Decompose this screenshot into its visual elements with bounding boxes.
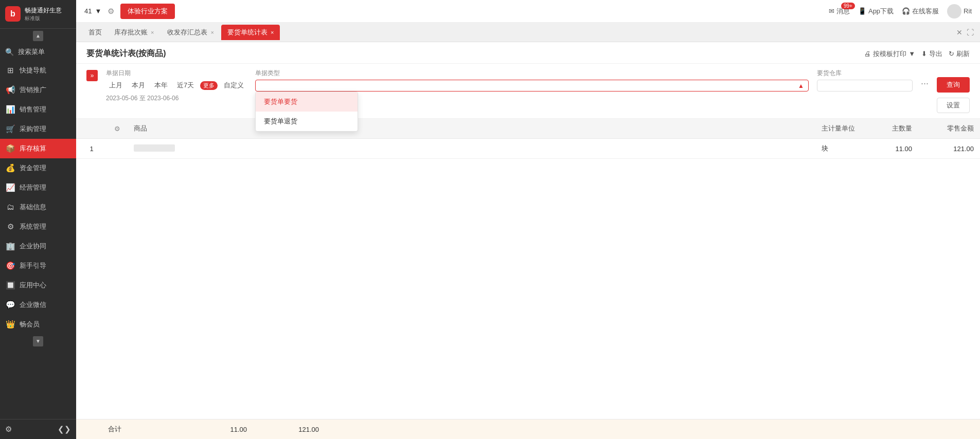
filter-this-month-btn[interactable]: 本月 — [129, 80, 148, 91]
online-support-label: 在线客服 — [912, 7, 939, 16]
expand-btn[interactable]: ⛶ — [967, 28, 974, 36]
operation-icon: 📈 — [5, 183, 15, 192]
enterprise-icon: 🏢 — [5, 242, 15, 251]
sidebar-scroll-up-btn[interactable]: ▲ — [33, 31, 43, 41]
tab-home-label: 首页 — [88, 28, 102, 36]
basic-icon: 🗂 — [5, 203, 15, 211]
system-icon: ⚙ — [5, 222, 15, 231]
filter-type-label: 单据类型 — [255, 69, 809, 78]
sidebar-search[interactable]: 🔍 搜索菜单 — [0, 43, 76, 61]
sidebar-item-marketing[interactable]: 📢 营销推广 — [0, 80, 76, 100]
page-actions: 🖨 按模板打印 ▼ ⬇ 导出 ↻ 刷新 — [864, 49, 970, 59]
sidebar-item-appstore[interactable]: 🔲 应用中心 — [0, 276, 76, 295]
tab-requisition-stats[interactable]: 要货单统计表 × — [221, 25, 280, 40]
collapse-sidebar-icon[interactable]: ❮❯ — [58, 425, 71, 434]
tab-close-icon[interactable]: × — [151, 29, 154, 35]
filter-type-input[interactable] — [260, 82, 798, 89]
store-selector[interactable]: 41 ▼ — [84, 7, 101, 15]
store-name: 41 — [84, 7, 92, 15]
sidebar-item-quick-nav[interactable]: ⊞ 快捷导航 — [0, 61, 76, 80]
messages-btn[interactable]: ✉ 消息 99+ — [829, 7, 850, 16]
refresh-label: 刷新 — [956, 49, 970, 59]
tab-close-icon[interactable]: × — [210, 29, 213, 35]
tab-close-active-icon[interactable]: × — [271, 29, 274, 35]
sidebar-item-member[interactable]: 👑 畅会员 — [0, 315, 76, 334]
footer-qty: 11.00 — [195, 426, 247, 433]
tab-inventory-batch[interactable]: 库存批次账 × — [108, 25, 160, 40]
refresh-btn[interactable]: ↻ 刷新 — [949, 49, 970, 59]
inventory-icon: 📦 — [5, 144, 15, 153]
filter-warehouse-input[interactable] — [822, 82, 908, 89]
purchase-icon: 🛒 — [5, 124, 15, 134]
print-chevron-icon: ▼ — [908, 50, 915, 58]
sidebar-item-inventory[interactable]: 📦 库存核算 — [0, 139, 76, 158]
tabs-bar: 首页 库存批次账 × 收发存汇总表 × 要货单统计表 × ✕ ⛶ — [76, 23, 980, 42]
table-wrap: ⚙ 商品 主计量单位 主数量 零售金额 1 块 — [76, 119, 980, 419]
tab-label: 库存批次账 — [114, 28, 148, 37]
topbar-gear-icon[interactable]: ⚙ — [108, 7, 114, 16]
filter-type-input-wrap[interactable]: ▲ — [255, 80, 809, 92]
close-all-tabs-btn[interactable]: ✕ — [956, 28, 963, 36]
filter-type-dropdown-icon[interactable]: ▲ — [798, 82, 804, 89]
refresh-icon: ↻ — [949, 50, 954, 58]
trial-btn[interactable]: 体验行业方案 — [120, 4, 175, 19]
settings-icon[interactable]: ⚙ — [5, 425, 12, 434]
app-download-btn[interactable]: 📱 App下载 — [858, 7, 894, 16]
sidebar-item-label: 库存核算 — [20, 144, 46, 153]
filter-expand-btn[interactable]: » — [86, 70, 98, 81]
sidebar-item-purchase[interactable]: 🛒 采购管理 — [0, 119, 76, 139]
wechat-icon: 💬 — [5, 300, 15, 309]
print-label: 按模板打印 — [873, 49, 906, 59]
sidebar-item-sales[interactable]: 📊 销售管理 — [0, 100, 76, 119]
sidebar-item-enterprise[interactable]: 🏢 企业协同 — [0, 236, 76, 256]
table-row: 1 块 11.00 121.00 — [76, 139, 980, 159]
sidebar-item-label: 企业微信 — [20, 300, 46, 309]
set-btn[interactable]: 设置 — [937, 98, 970, 113]
dropdown-item-requisition-order[interactable]: 要货单要货 — [256, 92, 358, 112]
sidebar-item-basic[interactable]: 🗂 基础信息 — [0, 197, 76, 217]
tab-home[interactable]: 首页 — [82, 25, 108, 40]
cell-amount: 121.00 — [918, 139, 980, 159]
goods-placeholder — [134, 144, 175, 152]
page-content: 要货单统计表(按商品) 🖨 按模板打印 ▼ ⬇ 导出 ↻ 刷新 » — [76, 42, 980, 439]
col-header-seq — [76, 119, 107, 139]
sidebar-bottom: ⚙ ❮❯ — [0, 419, 76, 439]
filter-date-range: 2023-05-06 至 2023-06-06 — [106, 94, 247, 103]
col-header-settings[interactable]: ⚙ — [107, 119, 128, 139]
filter-date-group: 单据日期 上月 本月 本年 近7天 更多 自定义 2023-05-06 至 20… — [106, 69, 247, 103]
filter-last-7-days-btn[interactable]: 近7天 — [174, 80, 197, 91]
query-btn[interactable]: 查询 — [937, 77, 970, 93]
user-name-text: Rit — [964, 7, 972, 15]
col-header-amount: 零售金额 — [918, 119, 980, 139]
tab-label: 收发存汇总表 — [167, 28, 207, 37]
print-icon: 🖨 — [864, 50, 871, 58]
sidebar-item-finance[interactable]: 💰 资金管理 — [0, 158, 76, 178]
sidebar-item-operation[interactable]: 📈 经营管理 — [0, 178, 76, 197]
topbar-left: 41 ▼ ⚙ 体验行业方案 — [84, 4, 175, 19]
dropdown-item-requisition-return[interactable]: 要货单退货 — [256, 112, 358, 131]
filter-warehouse-wrap[interactable] — [817, 80, 913, 92]
user-avatar[interactable]: Rit — [947, 4, 972, 19]
sidebar-item-wechat[interactable]: 💬 企业微信 — [0, 295, 76, 315]
sales-icon: 📊 — [5, 105, 15, 114]
filter-last-month-btn[interactable]: 上月 — [106, 80, 126, 91]
filter-this-year-btn[interactable]: 本年 — [151, 80, 171, 91]
sidebar-item-label: 基础信息 — [20, 203, 46, 212]
sidebar-item-guide[interactable]: 🎯 新手引导 — [0, 256, 76, 276]
print-template-btn[interactable]: 🖨 按模板打印 ▼ — [864, 49, 915, 59]
appstore-icon: 🔲 — [5, 281, 15, 290]
online-support-btn[interactable]: 🎧 在线客服 — [902, 7, 939, 16]
tab-receive-summary[interactable]: 收发存汇总表 × — [161, 25, 220, 40]
filter-custom-btn[interactable]: 自定义 — [221, 80, 247, 91]
headset-icon: 🎧 — [902, 7, 910, 15]
sidebar-scroll-down-btn[interactable]: ▼ — [33, 336, 43, 346]
export-btn[interactable]: ⬇ 导出 — [921, 49, 942, 59]
filter-more-options-btn[interactable]: ··· — [921, 78, 929, 89]
table-header-row: ⚙ 商品 主计量单位 主数量 零售金额 — [76, 119, 980, 139]
page-title: 要货单统计表(按商品) — [86, 48, 166, 59]
filter-bar: » 单据日期 上月 本月 本年 近7天 更多 自定义 2023-05-06 至 … — [76, 64, 980, 119]
sidebar-item-system[interactable]: ⚙ 系统管理 — [0, 217, 76, 236]
filter-date-options: 上月 本月 本年 近7天 更多 自定义 — [106, 80, 247, 91]
filter-more-tag[interactable]: 更多 — [200, 81, 218, 90]
sidebar-item-label: 资金管理 — [20, 163, 46, 173]
